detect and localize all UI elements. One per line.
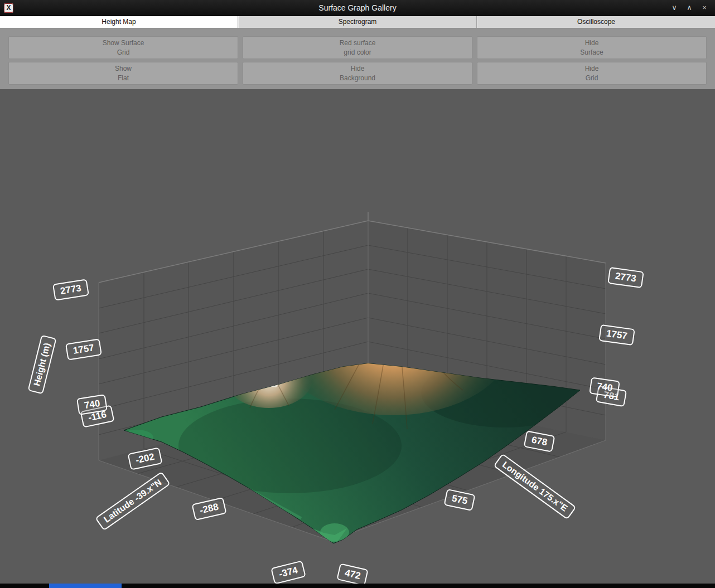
- show-surface-grid-button[interactable]: Show Surface Grid: [8, 36, 238, 59]
- button-label-line: Flat: [118, 74, 129, 83]
- tab-spectrogram[interactable]: Spectrogram: [238, 16, 477, 28]
- taskbar-highlight: [49, 584, 122, 588]
- hide-surface-button[interactable]: Hide Surface: [477, 36, 707, 59]
- tab-bar: Height Map Spectrogram Oscilloscope: [0, 16, 715, 28]
- maximize-button[interactable]: ∧: [684, 3, 694, 13]
- toolbar: Show Surface Grid Red surface grid color…: [0, 28, 715, 89]
- surface-3d-view[interactable]: Height (m) 2773 1757 740 2773 1757 781 7…: [0, 89, 715, 584]
- button-label-line: Grid: [586, 74, 598, 83]
- red-surface-grid-color-button[interactable]: Red surface grid color: [243, 36, 472, 59]
- button-label-line: Background: [340, 74, 375, 83]
- hide-grid-button[interactable]: Hide Grid: [477, 62, 707, 85]
- taskbar-strip: [0, 584, 715, 588]
- button-label-line: Surface: [580, 48, 603, 57]
- button-label-line: Hide: [585, 38, 599, 48]
- button-label-line: Hide: [585, 64, 599, 74]
- hide-background-button[interactable]: Hide Background: [243, 62, 472, 85]
- tab-oscilloscope[interactable]: Oscilloscope: [477, 16, 715, 28]
- show-flat-button[interactable]: Show Flat: [8, 62, 238, 85]
- window-controls: ∨ ∧ ×: [669, 3, 715, 13]
- button-label-line: Hide: [351, 64, 365, 74]
- close-button[interactable]: ×: [699, 3, 709, 13]
- button-label-line: Red surface: [340, 38, 376, 48]
- tab-height-map[interactable]: Height Map: [0, 16, 238, 28]
- window-title: Surface Graph Gallery: [0, 3, 715, 12]
- button-label-line: Show Surface: [103, 38, 144, 48]
- app-icon: X: [4, 3, 13, 13]
- button-label-line: Show: [115, 64, 132, 74]
- button-label-line: grid color: [344, 48, 371, 57]
- shade-button[interactable]: ∨: [669, 3, 679, 13]
- button-label-line: Grid: [117, 48, 130, 57]
- titlebar: X Surface Graph Gallery ∨ ∧ ×: [0, 0, 715, 16]
- app-window: X Surface Graph Gallery ∨ ∧ × Height Map…: [0, 0, 715, 588]
